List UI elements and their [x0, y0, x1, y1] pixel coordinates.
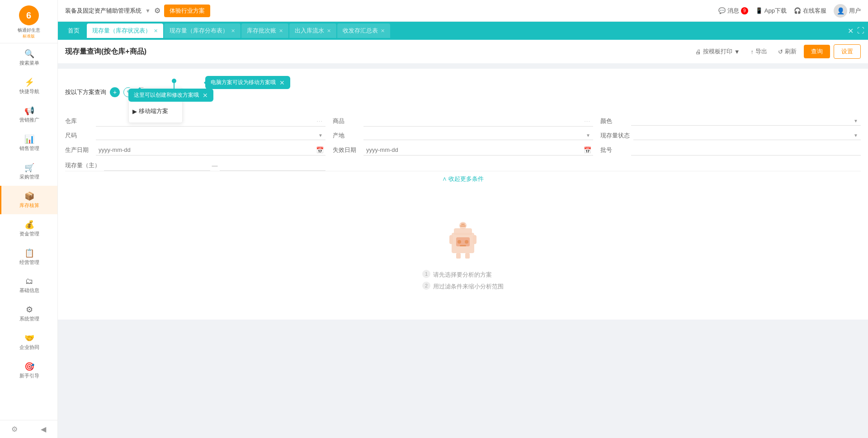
collapse-label: 收起更多条件	[448, 175, 484, 182]
scheme-group-mobile-header[interactable]: ▶ 移动端方案	[132, 105, 179, 117]
tab-batch-account[interactable]: 库存批次账 ✕	[241, 24, 288, 38]
sidebar-item-guide[interactable]: 🎯 新手引导	[0, 356, 57, 385]
page-title-bar: 现存量查询(按仓库+商品) 🖨 按模板打印 ▼ ↑ 导出 ↺ 刷新 查询 设置	[58, 40, 868, 63]
refresh-icon: ↺	[778, 48, 783, 55]
enterprise-icon: 🤝	[24, 333, 34, 343]
filter-field-color: 颜色 ▼	[600, 116, 861, 127]
tab-close-recv-summary[interactable]: ✕	[381, 28, 385, 34]
logo-text: 畅通好生意 标准版	[18, 27, 40, 39]
collapse-bar[interactable]: ∧ 收起更多条件	[65, 171, 861, 187]
notification-btn[interactable]: 💬 消息 9	[718, 7, 748, 15]
support-label: 在线客服	[803, 7, 826, 15]
prod-date-label: 生产日期	[65, 146, 92, 154]
tab-inventory-dist[interactable]: 现存量（库存分布表） ✕	[164, 24, 241, 38]
tab-close-inout-flow[interactable]: ✕	[327, 28, 331, 34]
filter-field-size: 尺码 ▼	[65, 131, 326, 140]
filter-header: 按以下方案查询 + ✎ « 电脑方案可设为移动方案哦 ✕	[65, 74, 861, 110]
tooltip-close-2[interactable]: ✕	[203, 92, 208, 99]
app-label: App下载	[764, 7, 787, 15]
filter-fields: 仓库 ··· 商品 ··· 颜色	[65, 116, 861, 171]
tooltip-text-2: 这里可以创建和修改方案哦	[134, 91, 199, 99]
purchase-icon: 🛒	[24, 163, 34, 173]
tab-close-inventory-dist[interactable]: ✕	[231, 28, 235, 34]
system-dropdown-btn[interactable]: ▼	[145, 8, 151, 14]
settings-btn[interactable]: 设置	[834, 44, 861, 59]
empty-illustration	[440, 219, 486, 260]
logo-icon: 6	[19, 5, 39, 25]
stock-main-from-input[interactable]	[104, 160, 210, 171]
sidebar-item-quicknav[interactable]: ⚡ 快捷导航	[0, 72, 57, 100]
filter-area: 按以下方案查询 + ✎ « 电脑方案可设为移动方案哦 ✕	[58, 69, 868, 192]
collapse-footer-btn[interactable]: ◀	[41, 425, 46, 433]
export-btn[interactable]: ↑ 导出	[747, 46, 771, 57]
sidebar-item-purchase[interactable]: 🛒 采购管理	[0, 157, 57, 186]
notif-badge: 9	[741, 7, 748, 14]
print-dropdown-icon: ▼	[734, 48, 740, 55]
system-name: 装备及固定资产辅助管理系统	[65, 7, 142, 15]
connector-dot-top	[172, 79, 176, 83]
main-area: 装备及固定资产辅助管理系统 ▼ ⚙ 体验行业方案 💬 消息 9 📱 App下载 …	[58, 0, 868, 438]
user-label: 用户	[849, 7, 861, 15]
color-arrow-icon: ▼	[854, 118, 858, 123]
expire-date-input[interactable]	[363, 145, 593, 155]
tab-inventory-status[interactable]: 现存量（库存状况表） ✕	[87, 24, 163, 38]
tab-fullscreen-btn[interactable]: ⛶	[857, 27, 864, 35]
tab-home[interactable]: 首页	[61, 24, 86, 38]
stock-main-to-input[interactable]	[220, 160, 326, 171]
phone-icon: 📱	[755, 7, 763, 14]
tab-close-inventory-status[interactable]: ✕	[154, 28, 158, 34]
sidebar-item-finance[interactable]: 💰 资金管理	[0, 214, 57, 243]
sidebar-item-sales[interactable]: 📊 销售管理	[0, 129, 57, 157]
query-btn[interactable]: 查询	[804, 45, 830, 58]
ops-icon: 📋	[24, 248, 34, 258]
svg-rect-9	[454, 228, 472, 235]
print-template-btn[interactable]: 🖨 按模板打印 ▼	[692, 46, 744, 57]
origin-arrow-icon: ▼	[586, 133, 590, 138]
warehouse-dots[interactable]: ···	[316, 118, 323, 124]
page-actions: 🖨 按模板打印 ▼ ↑ 导出 ↺ 刷新 查询 设置	[692, 44, 861, 59]
product-dots[interactable]: ···	[584, 118, 590, 124]
industry-btn[interactable]: 体验行业方案	[164, 5, 210, 17]
tab-close-all-btn[interactable]: ✕	[848, 27, 854, 35]
tab-recv-summary[interactable]: 收发存汇总表 ✕	[337, 24, 390, 38]
bell-icon: 💬	[718, 7, 726, 14]
settings-footer-btn[interactable]: ⚙	[11, 425, 18, 433]
app-download-btn[interactable]: 📱 App下载	[755, 7, 787, 15]
refresh-btn[interactable]: ↺ 刷新	[774, 46, 800, 57]
prod-date-calendar-icon[interactable]: 📅	[316, 146, 324, 154]
sidebar-item-enterprise[interactable]: 🤝 企业协同	[0, 328, 57, 356]
sidebar-item-search[interactable]: 🔍 搜索菜单	[0, 43, 57, 72]
tooltip-close-1[interactable]: ✕	[279, 79, 285, 86]
mobile-scheme-label: 移动端方案	[139, 107, 168, 115]
sidebar-item-ops[interactable]: 📋 经营管理	[0, 243, 57, 271]
tooltip-bubble-2: 这里可以创建和修改方案哦 ✕	[128, 89, 213, 102]
sidebar-item-system[interactable]: ⚙ 系统管理	[0, 299, 57, 328]
svg-rect-6	[473, 235, 476, 244]
filter-field-expire-date: 失效日期 📅	[333, 145, 593, 155]
empty-state: 1 请先选择要分析的方案 2 用过滤条件来缩小分析范围	[58, 192, 868, 320]
tab-close-batch-account[interactable]: ✕	[279, 28, 283, 34]
sidebar-footer: ⚙ ◀	[0, 420, 57, 438]
origin-select[interactable]: ▼	[363, 131, 593, 140]
header-gear-btn[interactable]: ⚙	[154, 6, 160, 15]
product-select[interactable]: ···	[363, 116, 593, 127]
sidebar-item-marketing[interactable]: 📢 营销推广	[0, 100, 57, 129]
user-menu-btn[interactable]: 👤 用户	[834, 4, 861, 18]
sidebar-item-basic[interactable]: 🗂 基础信息	[0, 271, 57, 299]
filter-add-btn[interactable]: +	[110, 87, 120, 97]
batch-input[interactable]	[631, 145, 861, 155]
empty-tips: 1 请先选择要分析的方案 2 用过滤条件来缩小分析范围	[422, 269, 504, 292]
svg-rect-5	[449, 235, 453, 244]
support-btn[interactable]: 🎧 在线客服	[794, 7, 826, 15]
sidebar-item-inventory[interactable]: 📦 库存核算	[0, 186, 57, 214]
filter-field-batch: 批号	[600, 145, 861, 155]
size-select[interactable]: ▼	[96, 131, 326, 140]
svg-rect-11	[461, 224, 465, 225]
color-select[interactable]: ▼	[631, 117, 861, 126]
tab-inout-flow[interactable]: 出入库流水 ✕	[289, 24, 336, 38]
finance-icon: 💰	[24, 220, 34, 230]
stock-status-select[interactable]: ▼	[633, 131, 861, 140]
stock-status-label: 现存量状态	[600, 132, 630, 140]
prod-date-input[interactable]	[96, 145, 326, 155]
expire-date-calendar-icon[interactable]: 📅	[584, 146, 591, 154]
